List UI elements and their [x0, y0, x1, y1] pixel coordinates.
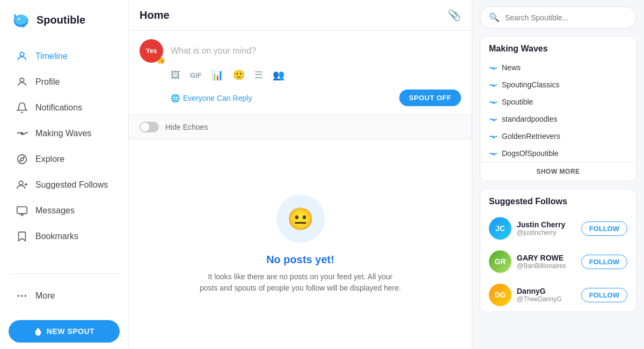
wave-trend-icon-5: [489, 132, 497, 140]
suggested-handle-danny: @TheeDannyG: [517, 295, 576, 303]
svg-point-11: [25, 295, 26, 296]
reply-setting-label: Everyone Can Reply: [183, 94, 252, 102]
svg-point-10: [18, 295, 19, 296]
sidebar-item-label-bookmarks: Bookmarks: [35, 232, 78, 241]
show-more-button[interactable]: SHOW MORE: [480, 162, 636, 181]
list-icon[interactable]: ☰: [254, 69, 263, 81]
wave-trend-icon-6: [489, 149, 497, 158]
sidebar-item-timeline[interactable]: Timeline: [4, 44, 124, 69]
suggested-avatar-justin: JC: [489, 217, 511, 240]
svg-point-2: [18, 18, 20, 20]
explore-icon: [16, 153, 28, 165]
search-box[interactable]: 🔍: [480, 6, 636, 28]
svg-point-14: [493, 102, 494, 103]
sidebar-item-suggested-follows[interactable]: Suggested Follows: [4, 173, 124, 197]
svg-point-6: [18, 155, 27, 164]
empty-feed-description: It looks like there are no posts on your…: [199, 271, 402, 294]
svg-point-13: [493, 85, 494, 86]
empty-face-icon: 😐: [276, 195, 325, 243]
svg-point-1: [15, 15, 27, 25]
sidebar-item-label-messages: Messages: [35, 206, 75, 216]
follow-button-justin[interactable]: FOLLOW: [581, 221, 627, 236]
suggested-info-danny: DannyG @TheeDannyG: [517, 287, 576, 303]
follow-button-gary[interactable]: FOLLOW: [581, 255, 627, 269]
logo-icon: [11, 10, 31, 30]
hide-echoes-bar: Hide Echoes: [129, 115, 472, 139]
svg-point-5: [21, 132, 23, 135]
suggested-name-gary: GARY ROWE: [517, 254, 576, 262]
sidebar-item-label-explore: Explore: [35, 154, 64, 164]
wave-item-spouting-classics[interactable]: SpoutingClassics: [480, 76, 636, 93]
wave-label-news: News: [502, 63, 521, 72]
poll-icon[interactable]: 📊: [211, 69, 223, 81]
suggested-follows-widget: Suggested Follows JC Justin Cherry @just…: [480, 189, 636, 312]
suggested-handle-gary: @BanBillionaires: [517, 262, 576, 270]
reply-setting[interactable]: 🌐 Everyone Can Reply: [171, 94, 252, 102]
wave-trend-icon-3: [489, 98, 497, 106]
spout-off-button[interactable]: SPOUT OFF: [399, 90, 461, 106]
suggested-handle-justin: @justincherry: [517, 229, 576, 236]
making-waves-title: Making Waves: [480, 36, 636, 59]
sidebar-item-notifications[interactable]: Notifications: [4, 95, 124, 120]
waves-icon: [16, 128, 28, 139]
attachment-icon[interactable]: 📎: [448, 9, 461, 21]
timeline-icon: [16, 50, 28, 62]
svg-point-16: [493, 136, 494, 137]
sidebar-item-explore[interactable]: Explore: [4, 147, 124, 172]
wave-item-golden-retrievers[interactable]: GoldenRetrievers: [480, 128, 636, 145]
logo-text: Spoutible: [36, 14, 85, 26]
emoji-icon[interactable]: 🙂: [233, 69, 245, 81]
sidebar-item-label-suggested-follows: Suggested Follows: [35, 180, 108, 190]
bell-icon: [16, 102, 28, 114]
wave-item-standard-poodles[interactable]: standardpoodles: [480, 110, 636, 128]
wave-label-standard-poodles: standardpoodles: [502, 115, 558, 123]
gif-icon[interactable]: GIF: [190, 71, 202, 79]
suggested-user-danny: DG DannyG @TheeDannyG FOLLOW: [480, 278, 636, 311]
sidebar-item-label-making-waves: Making Waves: [35, 129, 91, 138]
suggested-user-justin: JC Justin Cherry @justincherry FOLLOW: [480, 212, 636, 245]
sidebar-item-label-profile: Profile: [35, 77, 60, 87]
sidebar-item-bookmarks[interactable]: Bookmarks: [4, 224, 124, 249]
empty-feed-title: No posts yet!: [266, 254, 334, 266]
main-nav: Timeline Profile Notifications Making Wa…: [0, 40, 128, 269]
wave-item-spoutible[interactable]: Spoutible: [480, 93, 636, 110]
avatar-text: Yes: [146, 47, 157, 55]
user-avatar: Yes: [140, 39, 163, 63]
hide-echoes-toggle[interactable]: [140, 122, 159, 132]
wave-label-golden-retrievers: GoldenRetrievers: [502, 132, 560, 140]
sidebar-item-messages[interactable]: Messages: [4, 198, 124, 223]
svg-point-12: [493, 68, 494, 69]
compose-row: Yes What is on your mind?: [140, 39, 461, 63]
logo-area[interactable]: Spoutible: [0, 0, 128, 40]
follow-button-danny[interactable]: FOLLOW: [581, 288, 627, 302]
sidebar-more-section: More: [0, 278, 128, 314]
empty-feed: 😐 No posts yet! It looks like there are …: [129, 139, 472, 349]
bookmark-icon: [16, 231, 28, 242]
wave-label-spoutible: Spoutible: [502, 98, 533, 106]
right-sidebar: 🔍 Making Waves News SpoutingClassics Spo…: [472, 0, 644, 349]
sidebar-item-label-more: More: [35, 291, 55, 301]
suggested-name-justin: Justin Cherry: [517, 220, 576, 229]
suggested-info-gary: GARY ROWE @BanBillionaires: [517, 254, 576, 270]
making-waves-widget: Making Waves News SpoutingClassics Spout…: [480, 36, 636, 181]
wave-label-spouting-classics: SpoutingClassics: [502, 80, 559, 89]
svg-point-17: [493, 153, 494, 154]
wave-item-news[interactable]: News: [480, 59, 636, 76]
sidebar-item-making-waves[interactable]: Making Waves: [4, 121, 124, 146]
wave-trend-icon: [489, 63, 497, 72]
compose-placeholder[interactable]: What is on your mind?: [171, 46, 461, 56]
group-icon[interactable]: 👥: [273, 69, 284, 81]
new-spout-button[interactable]: NEW SPOUT: [9, 320, 120, 343]
sidebar-item-label-timeline: Timeline: [35, 51, 68, 61]
compose-footer: 🌐 Everyone Can Reply SPOUT OFF: [140, 85, 461, 106]
more-icon: [16, 290, 28, 302]
sidebar-item-profile[interactable]: Profile: [4, 70, 124, 94]
sidebar-item-more[interactable]: More: [4, 284, 124, 308]
suggested-avatar-gary: GR: [489, 250, 511, 273]
search-input[interactable]: [505, 13, 627, 22]
wave-item-dogs-of-spoutible[interactable]: DogsOfSpoutible: [480, 145, 636, 162]
left-sidebar: Spoutible Timeline Profile Notifications: [0, 0, 129, 349]
image-icon[interactable]: 🖼: [171, 70, 180, 81]
main-header: Home 📎: [129, 0, 472, 31]
person-add-icon: [16, 179, 28, 191]
